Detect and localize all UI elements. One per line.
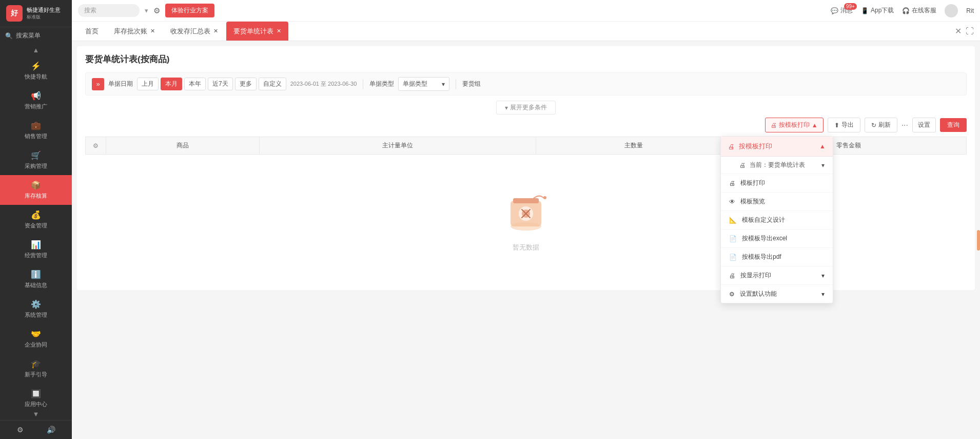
purchase-icon: 🛒 [31,150,41,160]
sidebar-item-inventory[interactable]: 📦 库存核算 [0,175,72,205]
tab-expand-btn[interactable]: ⛶ [966,27,974,36]
more-options-btn[interactable]: ··· [901,121,908,130]
sidebar-item-appstore[interactable]: 🔲 应用中心 [0,384,72,408]
headset-icon: 🎧 [902,7,910,14]
coop-icon: 🤝 [31,329,41,339]
template-print-icon: 🖨 [729,180,735,187]
sidebar-scroll-down[interactable]: ▼ [0,408,72,420]
tab-order-stats[interactable]: 要货单统计表 ✕ [226,22,288,41]
sales-icon: 💼 [31,121,41,130]
print-dropdown-header[interactable]: 🖨 按模板打印 ▲ [721,137,833,157]
sidebar-bottom: ⚙ 🔊 [0,420,72,439]
template-design-icon: 📐 [729,217,737,224]
sidebar-scroll-up[interactable]: ▲ [0,44,72,56]
template-excel-item[interactable]: 📄 按模板导出excel [721,230,833,248]
svg-rect-2 [513,198,539,203]
inventory-icon: 📦 [31,180,41,190]
newbie-icon: 🎓 [31,359,41,369]
tab-inventory-batch[interactable]: 库存批次账 ✕ [107,22,162,41]
operation-icon: 📊 [31,240,41,250]
page-inner: 要货单统计表(按商品) » 单据日期 上月 本月 本年 近7天 更多 自定义 2… [77,46,975,290]
topbar-chevron-icon[interactable]: ▾ [145,7,148,14]
tab-close-order-stats[interactable]: ✕ [277,28,281,34]
col-quantity: 主数量 [536,137,731,155]
display-print-icon: 🖨 [729,272,735,279]
sidebar-item-marketing[interactable]: 📢 营销推广 [0,86,72,116]
sidebar-item-purchase[interactable]: 🛒 采购管理 [0,145,72,175]
sidebar-search[interactable]: 🔍 搜索菜单 [0,27,72,44]
search-icon: 🔍 [5,32,13,40]
user-avatar[interactable] [945,4,958,17]
date-btn-custom[interactable]: 自定义 [259,78,286,90]
trial-btn[interactable]: 体验行业方案 [165,4,214,17]
sidebar: 好 畅捷通好生意 标准版 🔍 搜索菜单 ▲ ⚡ 快捷导航 📢 营销推广 💼 销售… [0,0,72,439]
topbar-search-box[interactable]: 搜索 [78,4,140,17]
template-excel-icon: 📄 [729,235,737,242]
template-preview-item[interactable]: 👁 模板预览 [721,193,833,211]
sidebar-item-quick-nav[interactable]: ⚡ 快捷导航 [0,56,72,86]
filter-bar: » 单据日期 上月 本月 本年 近7天 更多 自定义 2023-06-01 至 … [85,72,967,96]
current-template-item[interactable]: 🖨 当前：要货单统计表 ▾ [721,157,833,174]
print-chevron-icon: ▲ [812,122,818,129]
filter-expand-btn[interactable]: » [92,78,104,90]
current-template-icon: 🖨 [739,162,746,169]
sidebar-item-operation[interactable]: 📊 经营管理 [0,235,72,264]
basic-icon: ℹ️ [31,270,41,279]
sidebar-item-newbie[interactable]: 🎓 新手引导 [0,354,72,384]
sidebar-item-finance[interactable]: 💰 资金管理 [0,205,72,235]
tab-home[interactable]: 首页 [78,22,106,41]
expand-arrow-icon: ▾ [505,104,508,111]
empty-icon [500,185,552,237]
tab-close-btn[interactable]: ✕ [955,26,962,36]
message-icon: 💬 [831,7,838,14]
sidebar-item-basic[interactable]: ℹ️ 基础信息 [0,264,72,294]
date-btn-last-month[interactable]: 上月 [137,78,159,90]
template-print-item[interactable]: 🖨 模板打印 [721,174,833,193]
date-options: 上月 本月 本年 近7天 更多 自定义 [137,78,286,90]
col-settings: ⚙ [86,137,106,155]
system-icon: ⚙️ [31,299,41,309]
refresh-btn[interactable]: ↻ 刷新 [865,118,897,132]
sidebar-item-system[interactable]: ⚙️ 系统管理 [0,294,72,324]
sidebar-items: ⚡ 快捷导航 📢 营销推广 💼 销售管理 🛒 采购管理 📦 库存核算 💰 资金管… [0,56,72,408]
expand-row: ▾ 展开更多条件 [85,101,967,114]
date-btn-this-month[interactable]: 本月 [161,78,182,90]
print-dropdown-icon: 🖨 [728,143,735,150]
template-pdf-item[interactable]: 📄 按模板导出pdf [721,248,833,266]
current-chevron-icon: ▾ [821,162,825,169]
select-chevron-icon: ▾ [442,81,445,88]
query-btn[interactable]: 查询 [940,118,967,132]
print-template-btn[interactable]: 🖨 按模板打印 ▲ [765,118,824,132]
tabs-right-controls: ✕ ⛶ [955,26,974,36]
page-content: 要货单统计表(按商品) » 单据日期 上月 本月 本年 近7天 更多 自定义 2… [72,41,980,439]
expand-more-btn[interactable]: ▾ 展开更多条件 [496,101,556,114]
tab-close-inventory-batch[interactable]: ✕ [150,28,155,34]
sidebar-logo: 好 畅捷通好生意 标准版 [0,0,72,27]
message-btn[interactable]: 💬 消息 99+ [831,6,853,15]
display-print-item[interactable]: 🖨 按显示打印 ▾ [721,266,833,285]
print-dropdown: 🖨 按模板打印 ▲ 🖨 当前：要货单统计表 ▾ 🖨 [720,136,833,303]
order-type-select[interactable]: 单据类型 ▾ [398,77,449,91]
table-settings-icon[interactable]: ⚙ [93,142,99,149]
sidebar-item-sales[interactable]: 💼 销售管理 [0,116,72,145]
sidebar-settings-btn[interactable]: ⚙ [17,426,24,434]
tab-receivables[interactable]: 收发存汇总表 ✕ [163,22,225,41]
settings-btn[interactable]: 设置 [912,118,936,132]
quick-nav-icon: ⚡ [31,61,41,71]
sidebar-item-coop[interactable]: 🤝 企业协同 [0,324,72,354]
template-pdf-icon: 📄 [729,254,737,261]
dropdown-close-chevron[interactable]: ▲ [819,143,826,150]
app-download-btn[interactable]: 📱 App下载 [861,6,894,15]
online-service-btn[interactable]: 🎧 在线客服 [902,6,936,15]
resize-handle[interactable] [977,230,980,251]
tab-close-receivables[interactable]: ✕ [213,28,218,34]
export-btn[interactable]: ⬆ 导出 [828,118,860,132]
topbar-gear-icon[interactable]: ⚙ [153,6,160,15]
template-design-item[interactable]: 📐 模板自定义设计 [721,211,833,230]
set-default-item[interactable]: ⚙ 设置默认功能 ▾ [721,285,833,303]
date-btn-7days[interactable]: 近7天 [208,78,233,90]
date-btn-more[interactable]: 更多 [235,78,257,90]
sidebar-speaker-btn[interactable]: 🔊 [47,426,55,434]
date-btn-this-year[interactable]: 本年 [184,78,206,90]
appstore-icon: 🔲 [31,389,41,398]
